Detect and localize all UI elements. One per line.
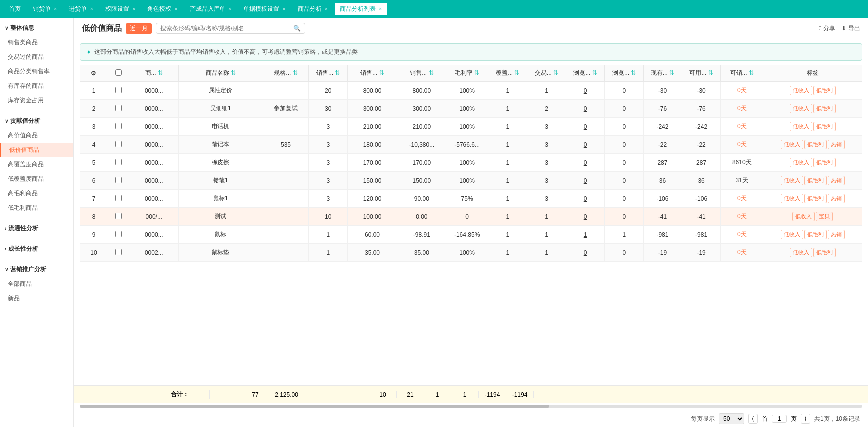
row-checkbox[interactable] — [108, 172, 129, 190]
th-checkbox[interactable] — [108, 65, 129, 82]
pv1-link[interactable]: 0 — [584, 87, 587, 94]
th-margin[interactable]: 毛利率 ⇅ — [446, 65, 488, 82]
first-page-btn[interactable]: ⟨ — [748, 414, 758, 424]
row-checkbox[interactable] — [108, 208, 129, 226]
pv1-link[interactable]: 0 — [584, 159, 587, 166]
row-checkbox[interactable] — [108, 100, 129, 118]
sidebar-group-contribution[interactable]: ∨ 贡献值分析 — [0, 114, 73, 128]
sidebar-group-flow[interactable]: › 流通性分析 — [0, 221, 73, 236]
nav-home[interactable]: 首页 — [4, 3, 26, 15]
nav-purchase[interactable]: 进货单× — [64, 3, 98, 15]
row-check[interactable] — [115, 87, 122, 93]
sidebar-item-category-rate[interactable]: 商品分类销售率 — [0, 64, 73, 79]
row-check[interactable] — [115, 141, 122, 147]
row-pv1[interactable]: 0 — [566, 244, 605, 262]
row-check[interactable] — [115, 195, 122, 201]
sidebar-item-stock-capital[interactable]: 库存资金占用 — [0, 93, 73, 108]
row-pv1[interactable]: 0 — [566, 82, 605, 100]
row-check[interactable] — [115, 249, 122, 255]
row-check[interactable] — [115, 123, 122, 129]
pv1-link[interactable]: 0 — [584, 195, 587, 202]
row-pv1[interactable]: 0 — [566, 136, 605, 154]
row-check[interactable] — [115, 213, 122, 219]
row-check[interactable] — [115, 105, 122, 111]
page-input[interactable] — [772, 415, 787, 423]
nav-warehouse-close[interactable]: × — [228, 6, 231, 12]
nav-goods-analysis[interactable]: 商品分析× — [293, 3, 333, 15]
pv1-link[interactable]: 0 — [584, 177, 587, 184]
nav-warehouse[interactable]: 产成品入库单× — [185, 3, 236, 15]
th-pv2[interactable]: 浏览... ⇅ — [605, 65, 644, 82]
pv1-link[interactable]: 0 — [584, 213, 587, 220]
row-pv1[interactable]: 0 — [566, 208, 605, 226]
search-icon[interactable]: 🔍 — [293, 25, 301, 32]
pv1-link[interactable]: 0 — [584, 123, 587, 130]
nav-roles[interactable]: 角色授权× — [142, 3, 182, 15]
row-pv1[interactable]: 0 — [566, 154, 605, 172]
th-settings[interactable]: ⚙ — [80, 65, 108, 82]
nav-purchase-close[interactable]: × — [90, 6, 93, 12]
sidebar-group-overview[interactable]: ∨ 整体信息 — [0, 21, 73, 35]
sidebar-item-low-value[interactable]: 低价值商品 — [0, 143, 73, 157]
nav-goods-list-close[interactable]: × — [379, 6, 382, 12]
th-sku[interactable]: 商... ⇅ — [129, 65, 179, 82]
nav-sales[interactable]: 销货单× — [28, 3, 62, 15]
th-name[interactable]: 商品名称 ⇅ — [179, 65, 263, 82]
row-check[interactable] — [115, 159, 122, 165]
row-pv1[interactable]: 0 — [566, 100, 605, 118]
th-pv1[interactable]: 浏览... ⇅ — [566, 65, 605, 82]
th-sale-avg[interactable]: 销售... ⇅ — [397, 65, 446, 82]
row-checkbox[interactable] — [108, 154, 129, 172]
export-btn[interactable]: ⬇ 导出 — [841, 24, 860, 33]
sidebar-item-sales-goods[interactable]: 销售类商品 — [0, 35, 73, 50]
pv1-link[interactable]: 1 — [584, 231, 587, 238]
row-checkbox[interactable] — [108, 226, 129, 244]
th-cover[interactable]: 覆盖... ⇅ — [488, 65, 527, 82]
th-trade[interactable]: 交易... ⇅ — [527, 65, 566, 82]
sidebar-group-marketing[interactable]: ∨ 营销推广分析 — [0, 262, 73, 277]
th-sale-num[interactable]: 销售... ⇅ — [309, 65, 348, 82]
share-btn[interactable]: ⤴ 分享 — [818, 24, 835, 33]
table-container[interactable]: ⚙ 商... ⇅ 商品名称 ⇅ 规格... ⇅ 销售... ⇅ 销售... ⇅ … — [74, 65, 868, 385]
next-page-btn[interactable]: ⟩ — [801, 414, 810, 424]
pv1-link[interactable]: 0 — [584, 105, 587, 112]
th-avail[interactable]: 可用... ⇅ — [682, 65, 721, 82]
row-check[interactable] — [115, 231, 122, 237]
nav-sales-close[interactable]: × — [54, 6, 57, 12]
th-spec[interactable]: 规格... ⇅ — [263, 65, 309, 82]
sidebar-item-new-goods[interactable]: 新品 — [0, 291, 73, 306]
row-checkbox[interactable] — [108, 82, 129, 100]
search-input[interactable] — [160, 25, 291, 32]
th-sale-amount[interactable]: 销售... ⇅ — [348, 65, 397, 82]
row-checkbox[interactable] — [108, 244, 129, 262]
th-tag[interactable]: 标签 — [763, 65, 862, 82]
sidebar-group-growth[interactable]: › 成长性分析 — [0, 242, 73, 256]
row-checkbox[interactable] — [108, 118, 129, 136]
select-all-checkbox[interactable] — [115, 69, 122, 76]
nav-permissions[interactable]: 权限设置× — [100, 3, 140, 15]
nav-goods-list[interactable]: 商品分析列表× — [335, 3, 387, 15]
th-sellable[interactable]: 可销... ⇅ — [721, 65, 763, 82]
row-pv1[interactable]: 1 — [566, 226, 605, 244]
sidebar-item-traded-goods[interactable]: 交易过的商品 — [0, 50, 73, 64]
time-filter-btn[interactable]: 近一月 — [126, 23, 152, 34]
nav-permissions-close[interactable]: × — [132, 6, 135, 12]
th-stock[interactable]: 现有... ⇅ — [644, 65, 682, 82]
row-pv1[interactable]: 0 — [566, 118, 605, 136]
nav-template[interactable]: 单据模板设置× — [238, 3, 290, 15]
sidebar-item-high-coverage[interactable]: 高覆盖度商品 — [0, 157, 73, 172]
sidebar-item-high-margin[interactable]: 高毛利商品 — [0, 186, 73, 201]
sidebar-item-low-coverage[interactable]: 低覆盖度商品 — [0, 172, 73, 186]
row-pv1[interactable]: 0 — [566, 172, 605, 190]
sidebar-item-low-margin[interactable]: 低毛利商品 — [0, 201, 73, 215]
row-checkbox[interactable] — [108, 190, 129, 208]
sidebar-item-all-goods[interactable]: 全部商品 — [0, 277, 73, 291]
pv1-link[interactable]: 0 — [584, 249, 587, 256]
sidebar-item-stocked-goods[interactable]: 有库存的商品 — [0, 79, 73, 93]
pv1-link[interactable]: 0 — [584, 141, 587, 148]
nav-template-close[interactable]: × — [282, 6, 285, 12]
sidebar-item-high-value[interactable]: 高价值商品 — [0, 128, 73, 143]
page-size-select[interactable]: 50 100 200 — [719, 413, 744, 424]
row-checkbox[interactable] — [108, 136, 129, 154]
row-pv1[interactable]: 0 — [566, 190, 605, 208]
